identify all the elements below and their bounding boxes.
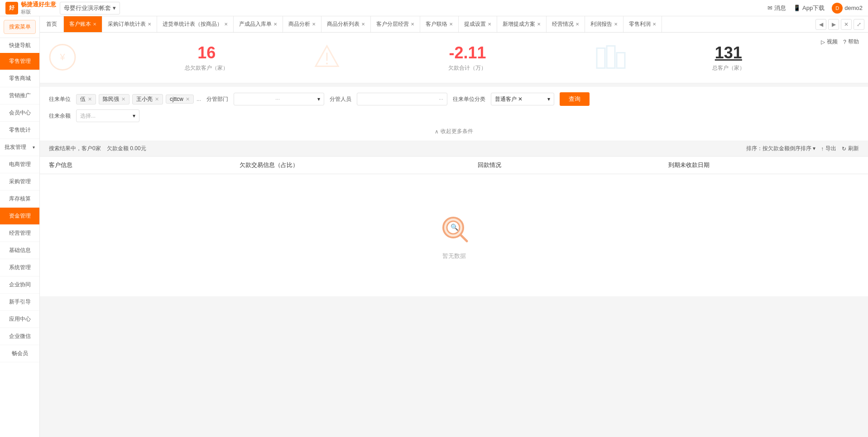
chevron-down-icon: ▾ [133, 113, 135, 119]
empty-text: 暂无数据 [442, 252, 466, 260]
remove-tag-cjttcw[interactable]: ✕ [186, 96, 190, 102]
sidebar-item-retail-stats[interactable]: 零售统计 [0, 122, 39, 139]
tab-profit-report[interactable]: 利润报告 ✕ [585, 16, 623, 32]
sort-label: 排序：按欠款金额倒序排序 ▾ [746, 145, 815, 152]
tab-product-analysis[interactable]: 商品分析 ✕ [283, 16, 321, 32]
dept-filter-label: 分管部门 [206, 95, 228, 103]
svg-line-10 [460, 235, 467, 241]
sidebar-item-app-center[interactable]: 应用中心 [0, 311, 39, 328]
sidebar-item-purchase-mgmt[interactable]: 采购管理 [0, 173, 39, 190]
tab-customer-tier[interactable]: 客户分层经营 ✕ [371, 16, 420, 32]
tab-close-icon[interactable]: ✕ [488, 22, 491, 27]
result-summary: 搜索结果中，客户0家 欠款金额 0.00元 [49, 145, 146, 152]
stat-overdue-customers-number: 16 [197, 43, 216, 62]
sidebar-item-basic-info[interactable]: 基础信息 [0, 242, 39, 259]
tab-close-icon[interactable]: ✕ [148, 22, 151, 27]
tab-prev-button[interactable]: ◀ [815, 19, 826, 30]
staff-filter-select[interactable]: ··· [357, 93, 447, 105]
tab-product-analysis-list[interactable]: 商品分析列表 ✕ [321, 16, 371, 32]
col-customer-info: 客户信息 [49, 161, 240, 169]
remove-tag-wu[interactable]: ✕ [88, 96, 92, 102]
search-menu-button[interactable]: 搜索菜单 [4, 20, 36, 34]
remove-category[interactable]: ✕ [518, 96, 523, 102]
tab-close-icon[interactable]: ✕ [411, 22, 414, 27]
user-info[interactable]: D demo2 [832, 3, 863, 14]
sidebar-item-member-center[interactable]: 会员中心 [0, 104, 39, 122]
sidebar-item-newbie-guide[interactable]: 新手引导 [0, 294, 39, 311]
tab-close-icon[interactable]: ✕ [614, 22, 618, 27]
dept-select-more[interactable]: ··· [275, 96, 280, 102]
tab-next-button[interactable]: ▶ [828, 19, 839, 30]
balance-filter-label: 往来余额 [49, 112, 71, 120]
filter-tag-wang: 王小亮 ✕ [132, 94, 163, 104]
tab-close-icon[interactable]: ✕ [652, 22, 656, 27]
sidebar: 搜索菜单 快捷导航 零售管理 零售商城 营销推广 会员中心 零售统计 批发管理 … [0, 16, 40, 437]
tab-close-icon[interactable]: ✕ [93, 22, 96, 27]
export-button[interactable]: ↑ 导出 [821, 145, 836, 152]
tab-close-icon[interactable]: ✕ [575, 22, 579, 27]
tab-close-icon[interactable]: ✕ [537, 22, 541, 27]
tab-expand-button[interactable]: ⤢ [854, 19, 864, 30]
tab-finished-goods[interactable]: 产成品入库单 ✕ [234, 16, 283, 32]
video-button[interactable]: ▷ 视频 [821, 38, 838, 46]
sidebar-item-retail-mall[interactable]: 零售商城 [0, 70, 39, 87]
tab-commission-settings[interactable]: 提成设置 ✕ [459, 16, 497, 32]
chevron-down-icon: ▾ [317, 96, 320, 102]
tab-close-all-button[interactable]: ✕ [841, 19, 852, 30]
table-empty-state: 🔍 暂无数据 [40, 174, 868, 296]
sidebar-item-wholesale-mgmt[interactable]: 批发管理 ▾ [0, 139, 39, 156]
tab-close-icon[interactable]: ✕ [361, 22, 365, 27]
tab-close-icon[interactable]: ✕ [449, 22, 453, 27]
sidebar-item-system-mgmt[interactable]: 系统管理 [0, 259, 39, 276]
more-tags-btn[interactable]: ... [197, 96, 201, 102]
staff-select-more[interactable]: ··· [439, 96, 443, 102]
query-button[interactable]: 查询 [560, 92, 590, 106]
stat-total-customers-label: 总客户（家） [712, 64, 745, 72]
sidebar-item-marketing[interactable]: 营销推广 [0, 87, 39, 104]
tab-add-commission[interactable]: 新增提成方案 ✕ [497, 16, 547, 32]
tab-close-icon[interactable]: ✕ [312, 22, 316, 27]
balance-filter-select[interactable]: 选择... ▾ [76, 109, 139, 122]
help-button[interactable]: ? 帮助 [843, 38, 859, 46]
sidebar-item-ecommerce[interactable]: 电商管理 [0, 156, 39, 173]
logo-text: 畅捷通好生意 标版 [21, 0, 56, 15]
col-repayment: 回款情况 [478, 161, 668, 169]
stat-total-customers-number: 131 [715, 43, 742, 62]
tab-customer-contact[interactable]: 客户联络 ✕ [420, 16, 459, 32]
download-btn[interactable]: 📱 App下载 [793, 4, 825, 12]
stat-total-customers: 131 总客户（家） [598, 40, 859, 76]
refresh-button[interactable]: ↻ 刷新 [842, 145, 859, 152]
collapse-icon: ∧ [435, 128, 439, 135]
sidebar-item-inventory[interactable]: 库存核算 [0, 190, 39, 208]
tab-business-status[interactable]: 经营情况 ✕ [547, 16, 585, 32]
sidebar-item-operations[interactable]: 经营管理 [0, 225, 39, 242]
top-bar-left: 好 畅捷通好生意 标版 母婴行业演示帐套 ▾ [5, 0, 120, 15]
sidebar-item-enterprise-wechat[interactable]: 企业微信 [0, 328, 39, 345]
tab-retail-profit[interactable]: 零售利润 ✕ [623, 16, 662, 32]
remove-tag-wang[interactable]: ✕ [155, 96, 159, 102]
sort-arrow-icon: ▾ [813, 145, 815, 152]
tab-close-icon[interactable]: ✕ [273, 22, 277, 27]
empty-illustration: 🔍 [436, 210, 472, 247]
result-bar-right: 排序：按欠款金额倒序排序 ▾ ↑ 导出 ↻ 刷新 [746, 145, 859, 152]
tab-customer-ledger[interactable]: 客户账本 ✕ [64, 16, 102, 32]
refresh-icon: ↻ [842, 146, 846, 152]
unit-filter-tags: 伍 ✕ 陈民强 ✕ 王小亮 ✕ cjttcw ✕ [76, 94, 201, 104]
tab-goods-in-stats[interactable]: 进货单统计表（按商品） ✕ [157, 16, 234, 32]
sidebar-item-enterprise-collab[interactable]: 企业协同 [0, 276, 39, 294]
tab-purchase-stats[interactable]: 采购订单统计表 ✕ [102, 16, 157, 32]
unit-filter-label: 往来单位 [49, 95, 71, 103]
sidebar-item-finance-mgmt[interactable]: 资金管理 [0, 208, 39, 225]
export-icon: ↑ [821, 146, 824, 152]
tab-close-icon[interactable]: ✕ [224, 22, 228, 27]
message-btn[interactable]: ✉ 消息 [767, 4, 786, 12]
sidebar-item-retail-mgmt[interactable]: 零售管理 [0, 53, 39, 70]
tab-home[interactable]: 首页 [40, 16, 64, 32]
remove-tag-chen[interactable]: ✕ [121, 96, 125, 102]
dept-filter-select[interactable]: ··· ▾ [234, 93, 324, 105]
store-selector[interactable]: 母婴行业演示帐套 ▾ [60, 2, 120, 14]
sidebar-quicknav[interactable]: 快捷导航 [0, 38, 39, 53]
category-filter-select[interactable]: 普通客户 ✕ ▾ [491, 93, 554, 105]
collapse-filter-btn[interactable]: ∧ 收起更多条件 [49, 126, 859, 137]
sidebar-item-chang-member[interactable]: 畅会员 [0, 345, 39, 362]
